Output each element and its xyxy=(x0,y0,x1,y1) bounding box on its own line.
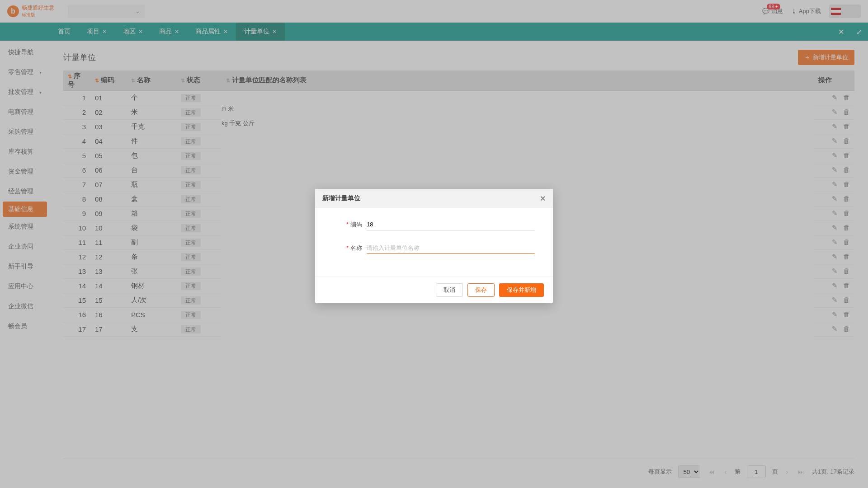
save-and-new-button[interactable]: 保存并新增 xyxy=(499,283,544,297)
code-label: *编码 xyxy=(333,221,367,229)
modal-overlay[interactable]: 新增计量单位 ✕ *编码 *名称 取消 保存 保存并新增 xyxy=(0,0,868,488)
modal-footer: 取消 保存 保存并新增 xyxy=(315,277,553,303)
form-row-code: *编码 xyxy=(333,219,535,230)
required-icon: * xyxy=(346,221,349,228)
code-input[interactable] xyxy=(367,219,535,230)
required-icon: * xyxy=(346,244,349,251)
name-input[interactable] xyxy=(367,242,535,254)
form-row-name: *名称 xyxy=(333,242,535,254)
cancel-button[interactable]: 取消 xyxy=(436,283,463,297)
modal-title: 新增计量单位 xyxy=(322,194,360,202)
modal-header: 新增计量单位 ✕ xyxy=(315,189,553,208)
add-unit-modal: 新增计量单位 ✕ *编码 *名称 取消 保存 保存并新增 xyxy=(315,189,553,303)
modal-close-button[interactable]: ✕ xyxy=(540,194,546,203)
save-button[interactable]: 保存 xyxy=(467,283,495,297)
name-label: *名称 xyxy=(333,244,367,252)
modal-body: *编码 *名称 xyxy=(315,208,553,277)
